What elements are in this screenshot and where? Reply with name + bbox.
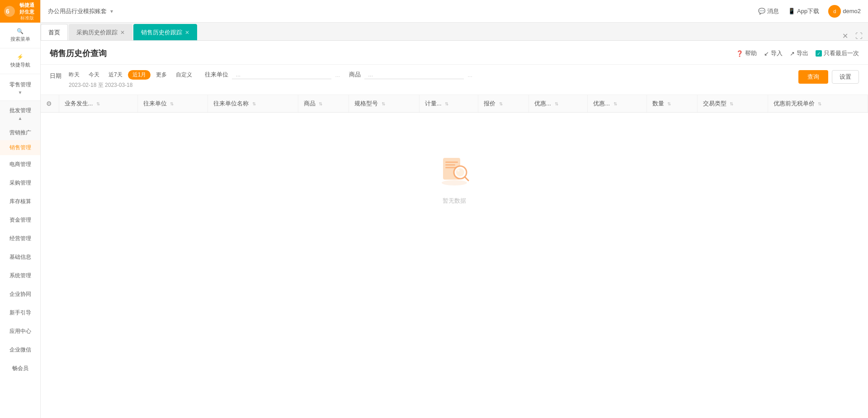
sort-date-icon: ⇅ [96, 101, 100, 106]
th-unit-label: 计量... [425, 100, 442, 107]
maximize-window-btn[interactable]: ⛶ [854, 32, 864, 40]
date-label: 日期 [50, 70, 61, 80]
date-option-more[interactable]: 更多 [152, 70, 170, 80]
th-spec[interactable]: 规格型号 ⇅ [349, 95, 419, 113]
tabbar-right: ✕ ⛶ [840, 32, 868, 40]
import-action[interactable]: ↙ 导入 [764, 49, 783, 57]
avatar: d [828, 5, 841, 18]
th-goods[interactable]: 商品 ⇅ [298, 95, 349, 113]
goods-more-icon: ... [467, 71, 472, 78]
tabbar: 首页 采购历史价跟踪 ✕ 销售历史价跟踪 ✕ ✕ ⛶ [41, 23, 868, 41]
sort-spec-icon: ⇅ [382, 101, 385, 106]
page-title: 销售历史价查询 [50, 48, 107, 59]
sidebar-item-quicknav[interactable]: ⚡ 快捷导航 [0, 48, 40, 74]
date-option-yesterday[interactable]: 昨天 [65, 70, 83, 80]
sidebar-item-inventory[interactable]: 库存核算 [0, 192, 40, 211]
tab-sales-history[interactable]: 销售历史价跟踪 ✕ [133, 24, 197, 40]
sidebar-item-member[interactable]: 畅会员 [0, 359, 40, 378]
date-options-container: 昨天 今天 近7天 近1月 更多 自定义 2023-02-18 至 2023-0… [65, 70, 196, 89]
chevron-down-icon: ▼ [18, 90, 23, 95]
tab-purchase-close[interactable]: ✕ [120, 29, 125, 36]
sort-discount2-icon: ⇅ [613, 101, 617, 106]
table-header: ⚙ 业务发生... ⇅ 往来单位 ⇅ 往来单位名称 ⇅ [41, 95, 868, 113]
date-option-today[interactable]: 今天 [85, 70, 103, 80]
sidebar-item-marketing[interactable]: 营销推广 [0, 125, 40, 140]
sidebar-item-finance[interactable]: 资金管理 [0, 211, 40, 229]
sidebar-inventory-label: 库存核算 [9, 198, 31, 205]
last-only-toggle[interactable]: ✓ 只看最后一次 [816, 49, 859, 57]
sidebar-item-search[interactable]: 🔍 搜索菜单 [0, 23, 40, 48]
filter-bar: 日期 昨天 今天 近7天 近1月 更多 自定义 2023-02-18 至 202… [41, 65, 868, 95]
settings-button[interactable]: 设置 [832, 70, 859, 84]
date-range-display: 2023-02-18 至 2023-03-18 [67, 81, 196, 89]
sidebar-retail-label: 零售管理 [9, 81, 31, 89]
th-partner-name-label: 往来单位名称 [213, 100, 249, 107]
th-discount2[interactable]: 优惠... ⇅ [588, 95, 646, 113]
th-trade-type[interactable]: 交易类型 ⇅ [697, 95, 768, 113]
topbar-message[interactable]: 💬 消息 [758, 7, 779, 15]
th-pretax-price[interactable]: 优惠前无税单价 ⇅ [768, 95, 868, 113]
date-options-row: 昨天 今天 近7天 近1月 更多 自定义 [65, 70, 196, 80]
th-settings[interactable]: ⚙ [41, 95, 59, 113]
data-table: ⚙ 业务发生... ⇅ 往来单位 ⇅ 往来单位名称 ⇅ [41, 95, 868, 241]
goods-label: 商品 [349, 71, 361, 79]
th-partner-code[interactable]: 往来单位 ⇅ [137, 95, 208, 113]
help-action[interactable]: ❓ 帮助 [736, 49, 757, 57]
logo-title: 畅捷通好生意 [17, 2, 37, 15]
sidebar-item-enterprise[interactable]: 企业协同 [0, 285, 40, 304]
sidebar-item-purchase[interactable]: 采购管理 [0, 174, 40, 192]
sidebar-appstore-label: 应用中心 [9, 328, 31, 335]
empty-state-cell: 暂无数据 [41, 113, 868, 242]
sort-trade-type-icon: ⇅ [730, 101, 733, 106]
sort-price-icon: ⇅ [499, 101, 503, 106]
th-date[interactable]: 业务发生... ⇅ [59, 95, 137, 113]
date-option-custom[interactable]: 自定义 [172, 70, 196, 80]
topbar-username: demo2 [843, 8, 861, 14]
export-action[interactable]: ↗ 导出 [790, 49, 808, 57]
date-option-1month[interactable]: 近1月 [128, 70, 151, 80]
tab-sales-label: 销售历史价跟踪 [141, 28, 182, 37]
svg-line-9 [465, 177, 468, 180]
sidebar-wechat-label: 企业微信 [9, 346, 31, 354]
th-price[interactable]: 报价 ⇅ [478, 95, 529, 113]
message-icon: 💬 [758, 8, 765, 14]
content-area: 销售历史价查询 ❓ 帮助 ↙ 导入 ↗ 导出 ✓ 只看最后一次 [41, 41, 868, 418]
page-actions: ❓ 帮助 ↙ 导入 ↗ 导出 ✓ 只看最后一次 [736, 49, 859, 57]
sidebar-item-wholesale[interactable]: 批发管理 ▲ 营销推广 销售管理 [0, 100, 40, 155]
download-icon: 📱 [788, 8, 795, 14]
gear-icon[interactable]: ⚙ [46, 100, 52, 107]
topbar-download[interactable]: 📱 App下载 [788, 7, 819, 15]
sidebar-item-guide[interactable]: 新手引导 [0, 304, 40, 322]
tab-sales-close[interactable]: ✕ [185, 29, 189, 36]
logo: 6 畅捷通好生意 标准版 [0, 0, 40, 23]
query-button[interactable]: 查询 [798, 70, 828, 84]
sidebar-member-label: 畅会员 [12, 365, 28, 372]
topbar-dropdown-icon[interactable]: ▾ [110, 8, 113, 14]
sidebar-item-appstore[interactable]: 应用中心 [0, 322, 40, 341]
export-icon: ↗ [790, 50, 795, 57]
th-quantity[interactable]: 数量 ⇅ [646, 95, 697, 113]
sidebar-item-system[interactable]: 系统管理 [0, 266, 40, 285]
th-unit[interactable]: 计量... ⇅ [419, 95, 478, 113]
th-discount1[interactable]: 优惠... ⇅ [529, 95, 588, 113]
sidebar-item-basic[interactable]: 基础信息 [0, 248, 40, 266]
th-date-label: 业务发生... [65, 100, 93, 107]
partner-input[interactable] [232, 70, 331, 79]
sidebar-item-operations[interactable]: 经营管理 [0, 229, 40, 248]
goods-input[interactable] [364, 70, 464, 79]
tab-home[interactable]: 首页 [41, 24, 68, 40]
sidebar-item-retail[interactable]: 零售管理 ▼ [0, 74, 40, 100]
topbar-user[interactable]: d demo2 [828, 5, 861, 18]
topbar: 办公用品行业模拟账套 ▾ 💬 消息 📱 App下载 d demo2 [41, 0, 868, 23]
sidebar-item-wechat[interactable]: 企业微信 [0, 341, 40, 359]
sidebar-item-sales-mgmt[interactable]: 销售管理 [0, 140, 40, 155]
partner-filter-group: 往来单位 ... [205, 70, 340, 79]
svg-point-10 [457, 170, 459, 172]
sidebar-system-label: 系统管理 [9, 272, 31, 280]
date-filter-group: 日期 昨天 今天 近7天 近1月 更多 自定义 2023-02-18 至 202… [50, 70, 196, 89]
th-partner-name[interactable]: 往来单位名称 ⇅ [208, 95, 298, 113]
tab-purchase-history[interactable]: 采购历史价跟踪 ✕ [69, 24, 132, 40]
sidebar-item-ecommerce[interactable]: 电商管理 [0, 155, 40, 174]
close-window-btn[interactable]: ✕ [840, 32, 850, 40]
date-option-7days[interactable]: 近7天 [105, 70, 126, 80]
